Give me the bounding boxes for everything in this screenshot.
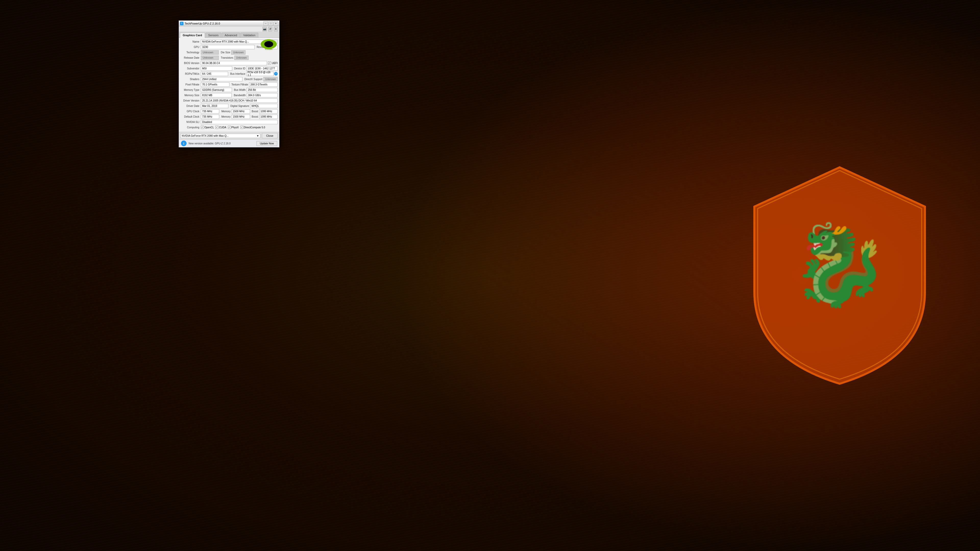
technology-field: Unknown [201,50,219,55]
bios-field: 90.04.3B.00.C4 [201,61,267,65]
gpu-boost-field: 1095 MHz [259,109,278,114]
default-clock-field: 735 MHz [201,114,219,119]
memory-size-field: 8192 MB [201,93,232,97]
opencl-label: OpenCL [204,126,214,129]
uefi-check-box[interactable]: ✓ [268,62,271,65]
directcompute-check[interactable]: ✓ DirectCompute 5.0 [240,126,265,129]
rops-row: ROPs/TMUs 64 / 245 Bus Interface PCIe x1… [180,71,278,76]
shaders-label: Shaders [180,78,201,81]
opencl-checkbox[interactable]: ✓ [201,126,204,129]
default-memory-label: Memory [221,115,231,118]
svg-text:NVIDIA: NVIDIA [265,48,272,51]
name-label: Name [180,40,201,43]
bios-label: BIOS Version [180,62,201,65]
uefi-checkbox[interactable]: ✓ UEFI [268,62,278,65]
gpu-memory-field: 1500 MHz [232,109,250,114]
default-memory-field: 1500 MHz [232,114,250,119]
pixel-fillrate-field: 70.1 GPixel/s [201,83,229,87]
subvendor-row: Subvendor MSI Device ID 10DE 1E90 - 1462… [180,66,278,71]
screenshot-icon[interactable]: 📷 [262,27,267,32]
uefi-label: UEFI [272,62,278,65]
driver-date-field: Mar 01, 2019 [201,104,228,108]
rops-label: ROPs/TMUs [180,73,201,75]
title-bar[interactable]: T TechPowerUp GPU-Z 2.16.0 ─ □ ✕ [179,21,279,26]
driver-date-row: Driver Date Mar 01, 2019 Digital Signatu… [180,103,278,108]
tab-bar: Graphics Card Sensors Advanced Validatio… [179,32,279,38]
memory-type-row: Memory Type GDDR6 (Samsung) Bus Width 25… [180,87,278,92]
default-boost-field: 1095 MHz [259,114,278,119]
memory-size-row: Memory Size 8192 MB Bandwidth 384.0 GB/s [180,93,278,97]
bus-interface-field: PCIe x16 3.0 @ x16 1.1 [246,72,274,76]
default-clock-row: Default Clock 735 MHz Memory 1500 MHz Bo… [180,114,278,119]
memory-size-label: Memory Size [180,94,201,97]
app-icon: T [180,22,183,25]
svg-text:🐉: 🐉 [791,218,889,312]
release-date-field: Unknown [201,56,219,60]
name-field: NVIDIA GeForce RTX 2080 with Max-Q... [201,40,264,44]
digital-sig-label: Digital Signature [231,105,249,107]
driver-version-label: Driver Version [180,99,201,102]
msi-dragon-logo: 🐉 [725,161,955,390]
window-controls: ─ □ ✕ [263,21,278,25]
gpu-clock-label: GPU Clock [180,110,201,113]
svg-point-2 [264,41,273,47]
toolbar: 📷 ↺ ≡ [179,26,279,32]
die-size-field: Unknown [231,50,245,55]
nvidia-sli-label: NVIDIA SLI [180,121,201,124]
tab-graphics-card[interactable]: Graphics Card [180,33,205,38]
cuda-checkbox[interactable]: ✓ [215,126,218,129]
die-size-label: Die Size [221,51,230,54]
gpu-label: GPU [180,46,201,48]
main-content: NVIDIA Name NVIDIA GeForce RTX 2080 with… [179,38,279,132]
computing-options: ✓ OpenCL ✓ CUDA ✓ PhysX ✓ DirectCompute … [201,126,278,129]
shaders-field: 2944 Unified [201,77,242,81]
minimize-button[interactable]: ─ [263,21,268,25]
technology-label: Technology [180,51,201,54]
bios-version-row: BIOS Version 90.04.3B.00.C4 ✓ UEFI [180,61,278,65]
subvendor-label: Subvendor [180,67,201,70]
tab-advanced[interactable]: Advanced [222,33,240,38]
gpu-clock-field: 735 MHz [201,109,219,114]
update-now-button[interactable]: Update Now [256,141,277,146]
texture-fillrate-label: Texture Fillrate [231,83,248,86]
pixel-fillrate-label: Pixel Fillrate [180,83,201,86]
info-icon: i [181,141,186,146]
bandwidth-field: 384.0 GB/s [247,93,278,97]
device-id-label: Device ID [234,67,245,70]
nvidia-logo: NVIDIA [260,39,278,52]
physx-check[interactable]: ✓ PhysX [228,126,239,129]
release-date-row: Release Date Unknown Transistors Unknown [180,56,278,60]
bus-width-label: Bus Width [234,89,246,91]
window-title: TechPowerUp GPU-Z 2.16.0 [185,22,263,25]
tab-validation[interactable]: Validation [240,33,258,38]
gpu-selector[interactable]: NVIDIA GeForce RTX 2080 with Max-Q... ▼ [180,134,260,138]
gpu-clock-row: GPU Clock 735 MHz Memory 1500 MHz Boost … [180,109,278,114]
menu-icon[interactable]: ≡ [274,27,278,32]
opencl-check[interactable]: ✓ OpenCL [201,126,214,129]
directcompute-checkbox[interactable]: ✓ [240,126,243,129]
texture-fillrate-field: 268.3 GTexel/s [249,83,278,87]
shaders-row: Shaders 2944 Unified DirectX Support Unk… [180,77,278,81]
memory-type-field: GDDR6 (Samsung) [201,88,232,92]
close-button[interactable]: ✕ [274,21,278,25]
rops-field: 64 / 245 [201,72,228,76]
bandwidth-label: Bandwidth [234,94,246,97]
gpuz-window: T TechPowerUp GPU-Z 2.16.0 ─ □ ✕ 📷 ↺ ≡ G… [179,21,280,148]
refresh-icon[interactable]: ↺ [268,27,272,32]
directcompute-label: DirectCompute 5.0 [244,126,265,129]
release-date-label: Release Date [180,56,201,59]
driver-date-label: Driver Date [180,105,201,107]
driver-version-row: Driver Version 25.21.14.1935 (NVIDIA 419… [180,98,278,103]
memory-type-label: Memory Type [180,89,201,91]
tab-sensors[interactable]: Sensors [205,33,221,38]
maximize-button[interactable]: □ [269,21,273,25]
computing-label: Computing [180,126,201,129]
cuda-check[interactable]: ✓ CUDA [215,126,226,129]
help-icon[interactable]: ? [274,72,278,76]
update-message: New version available: GPU-Z 2.18.0 [189,142,255,145]
default-boost-label: Boost [251,115,258,118]
gpu-memory-label: Memory [221,110,231,113]
physx-checkbox[interactable]: ✓ [228,126,231,129]
directx-label: DirectX Support [245,78,262,81]
close-main-button[interactable]: Close [262,133,278,138]
